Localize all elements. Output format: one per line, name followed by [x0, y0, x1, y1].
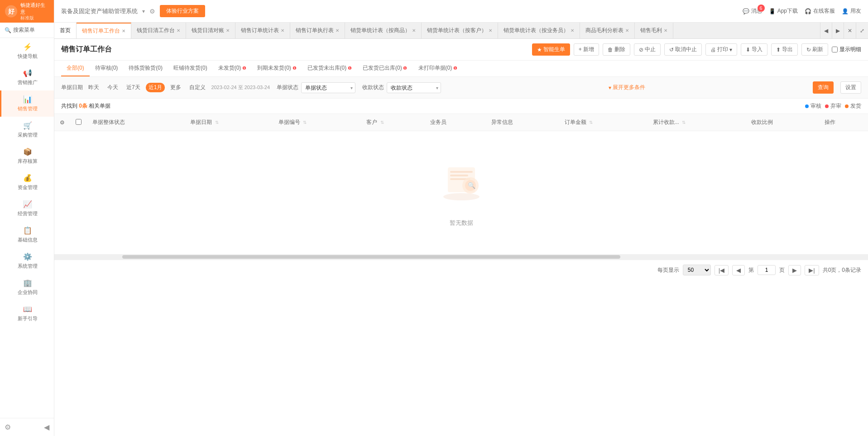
- col-status: 单据整体状态: [87, 114, 185, 131]
- abort-btn[interactable]: ⊘ 中止: [634, 43, 661, 56]
- page-first-btn[interactable]: |◀: [715, 265, 729, 275]
- import-btn[interactable]: ⬇ 导入: [741, 43, 767, 56]
- tab-close-sales-order-workbench[interactable]: ✕: [122, 28, 125, 33]
- show-detail-label[interactable]: 显示明细: [832, 46, 861, 53]
- add-btn[interactable]: + 新增: [574, 43, 599, 56]
- tab-sales-order-stats[interactable]: 销售订单统计表✕: [235, 23, 290, 39]
- tab-sales-order-exec[interactable]: 销售订单执行表✕: [290, 23, 345, 39]
- sidebar-item-operation[interactable]: 📈经营管理: [0, 195, 54, 222]
- topbar-dropdown-icon[interactable]: ▾: [142, 8, 145, 14]
- tab-prev-btn[interactable]: ◀: [820, 23, 832, 39]
- user-btn[interactable]: 👤 用友: [842, 7, 861, 15]
- col-customer[interactable]: 客户 ⇅: [361, 114, 424, 131]
- sub-tab-pending-inspection[interactable]: 待拣货验货(0): [123, 61, 168, 76]
- sub-tab-wangpu-pending-ship[interactable]: 旺铺待发货(0): [168, 61, 213, 76]
- print-icon: 🖨: [710, 47, 716, 53]
- sidebar-item-inventory[interactable]: 📦库存核算: [0, 143, 54, 169]
- online-service-btn[interactable]: 🎧 在线客服: [805, 7, 835, 15]
- ship-action-btn[interactable]: 发货: [845, 102, 861, 110]
- tab-home[interactable]: 首页: [54, 23, 77, 39]
- page-next-btn[interactable]: ▶: [788, 265, 801, 275]
- horizontal-scrollbar[interactable]: [54, 254, 868, 260]
- tab-close-sales-profit[interactable]: ✕: [664, 28, 667, 33]
- tab-next-btn[interactable]: ▶: [832, 23, 844, 39]
- sidebar-item-purchase[interactable]: 🛒采购管理: [0, 117, 54, 143]
- col-checkbox[interactable]: [70, 114, 87, 131]
- settings-icon[interactable]: ⚙: [5, 423, 11, 431]
- sub-tab-expired-not-shipped[interactable]: 到期未发货(0) ❶: [252, 61, 302, 76]
- review-action-btn[interactable]: 审核: [805, 102, 821, 110]
- col-amount[interactable]: 订单金额 ⇅: [559, 114, 647, 131]
- date-opt-last7[interactable]: 近7天: [124, 83, 143, 92]
- sidebar-item-enterprise[interactable]: 🏢企业协同: [0, 274, 54, 300]
- cancel-abort-btn[interactable]: ↺ 取消中止: [664, 43, 702, 56]
- collapse-icon[interactable]: ◀: [44, 423, 49, 431]
- col-number[interactable]: 单据编号 ⇅: [273, 114, 361, 131]
- tab-close-sales-stats-by-customer[interactable]: ✕: [489, 28, 492, 33]
- message-btn[interactable]: 💬 6 消息: [743, 7, 762, 15]
- sidebar-item-sales[interactable]: 📊销售管理: [0, 90, 54, 117]
- tab-close-goods-profit-analysis[interactable]: ✕: [625, 28, 629, 33]
- tab-close-sales-order-stats[interactable]: ✕: [281, 28, 284, 33]
- page-number-input[interactable]: [758, 265, 776, 275]
- sidebar-item-system[interactable]: ⚙️系统管理: [0, 248, 54, 274]
- app-download-btn[interactable]: 📱 App下载: [769, 7, 798, 15]
- cancel-review-action-btn[interactable]: 弃审: [825, 102, 841, 110]
- tab-close-all-btn[interactable]: ✕: [844, 23, 856, 39]
- status-select[interactable]: 单据状态: [301, 82, 355, 93]
- page-size-select[interactable]: 50: [683, 265, 711, 275]
- tab-sales-stats-by-customer[interactable]: 销货单统计表（按客户）✕: [422, 23, 498, 39]
- date-opt-more[interactable]: 更多: [168, 83, 184, 92]
- sidebar-item-basic-info[interactable]: 📋基础信息: [0, 222, 54, 248]
- query-btn[interactable]: 查询: [813, 81, 834, 94]
- refresh-btn[interactable]: ↻ 刷新: [801, 43, 828, 56]
- tab-cash-goods-reconcile[interactable]: 钱货日清对账✕: [186, 23, 235, 39]
- tab-sales-profit[interactable]: 销售毛利✕: [635, 23, 673, 39]
- tab-cash-daily-workbench[interactable]: 钱货日清工作台✕: [131, 23, 186, 39]
- tab-sales-order-workbench[interactable]: 销售订单工作台✕: [77, 23, 131, 39]
- tab-sales-stats-by-staff[interactable]: 销货单统计表（按业务员）✕: [498, 23, 580, 39]
- show-detail-checkbox[interactable]: [832, 47, 838, 52]
- sub-tab-not-shipped[interactable]: 未发货(0) ❶: [213, 61, 252, 76]
- sub-tab-shipped-out[interactable]: 已发货已出库(0) ❶: [357, 61, 412, 76]
- topbar-settings-icon[interactable]: ⚙: [149, 8, 155, 15]
- sidebar-item-quick-nav[interactable]: ⚡快捷导航: [0, 38, 54, 64]
- col-settings[interactable]: ⚙: [54, 114, 70, 131]
- delete-btn[interactable]: 🗑 删除: [603, 43, 630, 56]
- scrollbar-thumb[interactable]: [122, 255, 620, 259]
- print-btn[interactable]: 🖨 打印 ▾: [705, 43, 737, 56]
- payment-select[interactable]: 收款状态: [387, 82, 441, 93]
- solution-btn[interactable]: 体验行业方案: [160, 5, 205, 17]
- sub-tab-shipped-not-out[interactable]: 已发货未出库(0) ❶: [302, 61, 357, 76]
- tab-close-sales-stats-by-product[interactable]: ✕: [412, 28, 416, 33]
- date-opt-custom[interactable]: 自定义: [187, 83, 208, 92]
- tab-expand-btn[interactable]: ⤢: [856, 23, 868, 39]
- tab-close-sales-stats-by-staff[interactable]: ✕: [571, 28, 574, 33]
- message-badge: 6: [758, 5, 765, 12]
- filter-settings-btn[interactable]: 设置: [840, 81, 861, 94]
- expand-more-btn[interactable]: ▾ 展开更多条件: [609, 84, 645, 91]
- tab-goods-profit-analysis[interactable]: 商品毛利分析表✕: [580, 23, 635, 39]
- tab-sales-stats-by-product[interactable]: 销货单统计表（按商品）✕: [345, 23, 422, 39]
- tab-close-sales-order-exec[interactable]: ✕: [336, 28, 339, 33]
- date-opt-yesterday[interactable]: 昨天: [86, 83, 102, 92]
- sidebar-item-guide[interactable]: 📖新手引导: [0, 300, 54, 327]
- sub-tab-pending-review[interactable]: 待审核(0): [90, 61, 124, 76]
- sub-tab-not-printed[interactable]: 未打印单据(0) ❶: [413, 61, 463, 76]
- page-prev-btn[interactable]: ◀: [732, 265, 745, 275]
- export-btn[interactable]: ⬆ 导出: [771, 43, 798, 56]
- date-opt-today[interactable]: 今天: [105, 83, 121, 92]
- sidebar-label-quick-nav: 快捷导航: [18, 53, 38, 60]
- sidebar-search[interactable]: 🔍 搜索菜单: [0, 23, 54, 38]
- page-last-btn[interactable]: ▶|: [805, 265, 819, 275]
- select-all-checkbox[interactable]: [76, 119, 82, 125]
- tab-close-cash-goods-reconcile[interactable]: ✕: [226, 28, 230, 33]
- col-collected[interactable]: 累计收款... ⇅: [647, 114, 746, 131]
- tab-close-cash-daily-workbench[interactable]: ✕: [177, 28, 180, 33]
- sidebar-item-marketing[interactable]: 📢营销推广: [0, 64, 54, 90]
- col-date[interactable]: 单据日期 ⇅: [185, 114, 273, 131]
- smart-create-btn[interactable]: ★ 智能生单: [532, 43, 570, 56]
- sub-tab-all[interactable]: 全部(0): [61, 61, 90, 76]
- date-opt-last1month[interactable]: 近1月: [146, 83, 165, 92]
- sidebar-item-finance[interactable]: 💰资金管理: [0, 169, 54, 195]
